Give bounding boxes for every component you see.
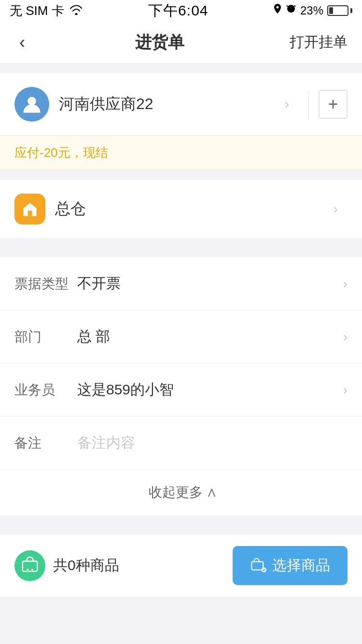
select-product-label: 选择商品 [272, 556, 330, 575]
collapse-label: 收起更多 ∧ [149, 483, 218, 502]
salesperson-value: 这是859的小智 [77, 380, 343, 400]
department-chevron-icon: › [343, 329, 348, 345]
invoice-type-value: 不开票 [77, 274, 343, 294]
status-left: 无 SIM 卡 [10, 2, 84, 19]
supplier-avatar [14, 87, 49, 122]
back-button[interactable]: ‹ [14, 28, 30, 57]
salesperson-row[interactable]: 业务员 这是859的小智 › [0, 364, 362, 417]
warehouse-chevron-icon: › [334, 201, 338, 217]
warehouse-name: 总仓 [55, 198, 334, 220]
open-pending-button[interactable]: 打开挂单 [290, 32, 348, 52]
invoice-type-row[interactable]: 票据类型 不开票 › [0, 257, 362, 310]
section-gap-2 [0, 170, 362, 180]
warehouse-icon [21, 200, 39, 218]
carrier-label: 无 SIM 卡 [10, 2, 64, 19]
product-count-area: 共0种商品 [14, 550, 119, 581]
supplier-name: 河南供应商22 [59, 94, 285, 115]
svg-point-4 [31, 568, 33, 570]
warehouse-card[interactable]: 总仓 › [0, 180, 362, 238]
warehouse-row[interactable]: 总仓 › [0, 180, 362, 238]
alarm-icon [286, 4, 296, 17]
status-right: 23% [273, 4, 352, 17]
product-count-text: 共0种商品 [53, 556, 119, 575]
wifi-icon [69, 3, 84, 18]
page-background [0, 597, 362, 644]
invoice-type-chevron-icon: › [343, 276, 348, 292]
remarks-row[interactable]: 备注 备注内容 [0, 417, 362, 469]
collapse-row[interactable]: 收起更多 ∧ [0, 470, 362, 515]
department-row[interactable]: 部门 总 部 › [0, 310, 362, 364]
select-icon [250, 558, 266, 574]
person-icon [21, 94, 42, 115]
supplier-card: 河南供应商22 › + 应付-20元，现结 [0, 73, 362, 170]
salesperson-chevron-icon: › [343, 382, 348, 398]
bottom-bar: 共0种商品 选择商品 [0, 534, 362, 597]
svg-point-3 [27, 568, 28, 570]
battery-icon [327, 5, 352, 16]
svg-point-0 [28, 97, 36, 106]
status-time: 下午6:04 [148, 1, 208, 21]
notice-banner: 应付-20元，现结 [0, 135, 362, 170]
svg-rect-1 [28, 211, 32, 216]
divider [308, 90, 309, 119]
form-section: 票据类型 不开票 › 部门 总 部 › 业务员 这是859的小智 › 备注 备注… [0, 257, 362, 469]
department-label: 部门 [14, 328, 72, 346]
battery-percentage: 23% [300, 4, 323, 17]
supplier-chevron-icon: › [285, 97, 289, 112]
remarks-label: 备注 [14, 434, 72, 452]
section-gap-1 [0, 64, 362, 73]
add-supplier-button[interactable]: + [319, 90, 348, 119]
supplier-row[interactable]: 河南供应商22 › + [0, 73, 362, 135]
notice-text: 应付-20元，现结 [14, 145, 108, 160]
select-product-button[interactable]: 选择商品 [233, 546, 348, 585]
invoice-type-label: 票据类型 [14, 275, 72, 293]
warehouse-icon-container [14, 194, 45, 224]
product-icon-container [14, 550, 45, 581]
svg-rect-5 [251, 561, 263, 570]
section-gap-4 [0, 515, 362, 525]
status-bar: 无 SIM 卡 下午6:04 23% [0, 0, 362, 21]
page-title: 进货单 [135, 31, 184, 54]
department-value: 总 部 [77, 327, 343, 347]
salesperson-label: 业务员 [14, 381, 72, 399]
remarks-value[interactable]: 备注内容 [77, 433, 348, 453]
cart-icon [21, 557, 39, 575]
nav-bar: ‹ 进货单 打开挂单 [0, 21, 362, 64]
location-icon [273, 4, 282, 17]
svg-rect-2 [23, 561, 37, 571]
section-gap-3 [0, 238, 362, 248]
